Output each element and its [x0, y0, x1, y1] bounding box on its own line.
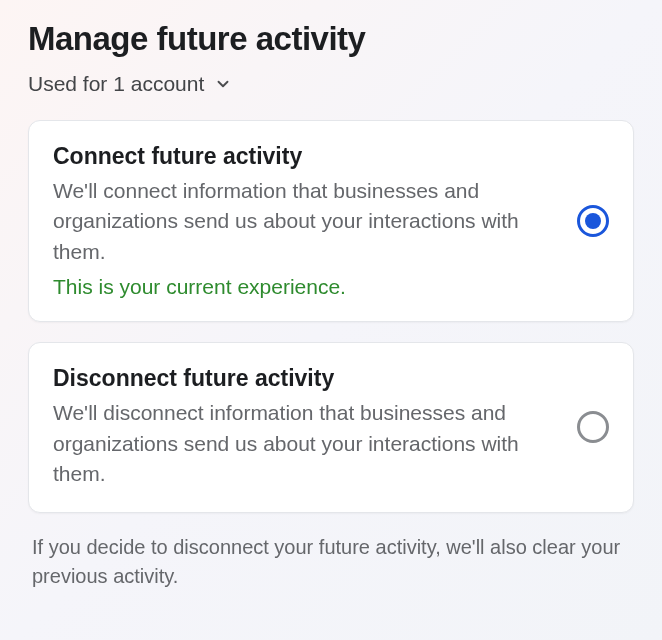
account-dropdown[interactable]: Used for 1 account [28, 72, 634, 96]
chevron-down-icon [214, 75, 232, 93]
option-disconnect[interactable]: Disconnect future activity We'll disconn… [28, 342, 634, 512]
footer-note: If you decide to disconnect your future … [28, 533, 634, 591]
page-title: Manage future activity [28, 20, 634, 58]
option-connect-text: Connect future activity We'll connect in… [53, 143, 557, 299]
option-connect[interactable]: Connect future activity We'll connect in… [28, 120, 634, 322]
option-disconnect-title: Disconnect future activity [53, 365, 557, 392]
option-connect-note: This is your current experience. [53, 275, 557, 299]
account-label: Used for 1 account [28, 72, 204, 96]
header: Manage future activity Used for 1 accoun… [28, 20, 634, 96]
option-disconnect-text: Disconnect future activity We'll disconn… [53, 365, 557, 489]
radio-disconnect[interactable] [577, 411, 609, 443]
option-connect-title: Connect future activity [53, 143, 557, 170]
option-disconnect-description: We'll disconnect information that busine… [53, 398, 557, 489]
radio-connect[interactable] [577, 205, 609, 237]
option-connect-description: We'll connect information that businesse… [53, 176, 557, 267]
